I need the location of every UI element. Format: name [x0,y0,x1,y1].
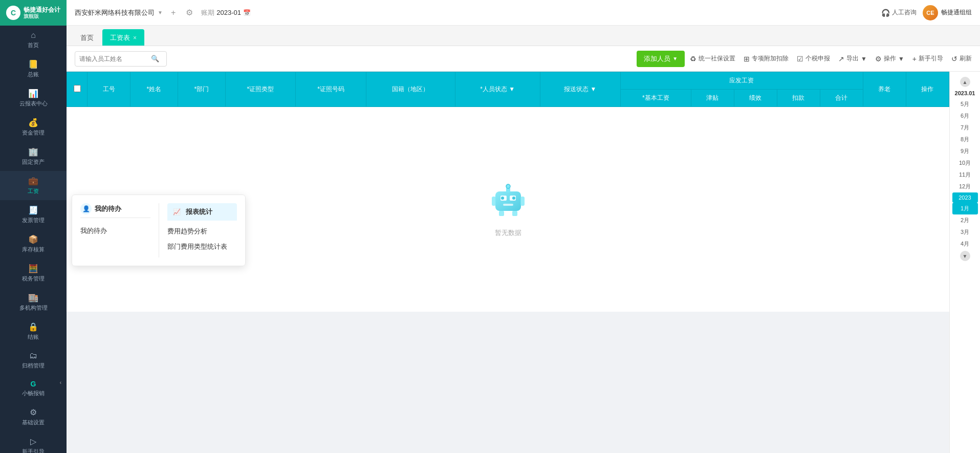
date-12month[interactable]: 12月 [952,181,978,192]
svg-point-7 [506,184,510,188]
tax-report-action[interactable]: ☑ 个税申报 [797,54,830,63]
salary-icon: 💼 [28,176,38,186]
popup-right-title: 报表统计 [186,207,212,217]
fixed-assets-icon: 🏢 [28,147,38,157]
tabbar: 首页 工资表 × [67,26,980,46]
table-header-row-1: 工号 *姓名 *部门 *证照类型 *证照号码 国籍（地区） *人员状态 ▼ 报送… [67,72,949,90]
date-10month[interactable]: 10月 [952,157,978,169]
add-person-arrow: ▼ [672,56,678,61]
th-bonus: 津贴 [691,90,734,107]
add-person-button[interactable]: 添加人员 ▼ [637,51,685,67]
company-selector[interactable]: 西安虾米网络科技有限公司 ▼ [75,8,163,17]
popup-divider [159,203,159,257]
th-name: *姓名 [130,72,178,107]
th-total: 合计 [820,90,863,107]
sidebar-item-multi-org[interactable]: 🏬 多机构管理 [0,288,67,317]
sidebar-item-inventory[interactable]: 📦 库存核算 [0,229,67,258]
app-title: 畅捷通好会计 旗舰版 [24,6,60,19]
closing-icon: 🔒 [28,322,38,332]
headset-icon: 🎧 [881,9,890,17]
toolbar-actions: ♻ 统一社保设置 ⊞ 专项附加扣除 ☑ 个税申报 ↗ 导出 ▼ ⚙ 操作 ▼ [690,54,972,63]
basic-icon: ⚙ [30,407,37,417]
sidebar-item-tax[interactable]: 🧮 税务管理 [0,258,67,288]
support-button[interactable]: 🎧 人工咨询 [881,8,917,17]
sidebar-item-salary[interactable]: 💼 工资 [0,171,67,200]
date-nav-up[interactable]: ▲ [960,77,970,87]
sidebar-item-home[interactable]: ⌂ 首页 [0,26,67,54]
th-base-salary: *基本工资 [620,90,691,107]
period-selector[interactable]: 账期 2023-01 📅 [201,8,251,17]
calendar-icon: 📅 [243,9,251,16]
operation-action[interactable]: ⚙ 操作 ▼ [875,54,904,63]
date-nav-down[interactable]: ▼ [960,251,970,261]
inventory-icon: 📦 [28,234,38,244]
svg-rect-5 [503,204,513,206]
sidebar-item-basic[interactable]: ⚙ 基础设置 [0,402,67,432]
date-9month[interactable]: 9月 [952,145,978,157]
add-button[interactable]: + [169,8,178,17]
date-2month[interactable]: 2月 [952,214,978,226]
user-name: 畅捷通组组 [941,8,972,17]
th-department: *部门 [178,72,225,107]
special-deduct-action[interactable]: ⊞ 专项附加扣除 [744,54,789,63]
refresh-action[interactable]: ↺ 刷新 [951,54,972,63]
date-11month[interactable]: 11月 [952,169,978,181]
export-icon: ↗ [838,55,844,63]
date-4month[interactable]: 4月 [952,238,978,250]
sidebar-item-fund[interactable]: 💰 资金管理 [0,113,67,142]
sidebar-item-archive[interactable]: 🗂 归档管理 [0,346,67,375]
settings-icon[interactable]: ⚙ [184,8,195,17]
invoice-icon: 🧾 [28,205,38,215]
tax-icon: 🧮 [28,264,38,273]
popup-item-my-todo[interactable]: 我的待办 [80,223,150,239]
search-box[interactable]: 🔍 [75,51,167,67]
select-all-checkbox[interactable] [74,85,81,92]
export-action[interactable]: ↗ 导出 ▼ [838,54,867,63]
popup-item-cost-trend[interactable]: 费用趋势分析 [167,224,237,239]
period-label: 账期 [201,8,214,17]
toolbar: 🔍 添加人员 ▼ ♻ 统一社保设置 ⊞ 专项附加扣除 ☑ 个税申报 ↗ 导出 ▼ [67,46,980,72]
support-label: 人工咨询 [892,8,917,17]
date-8month[interactable]: 8月 [952,134,978,145]
sidebar-item-cloud-report[interactable]: 📊 云报表中心 [0,83,67,113]
search-input[interactable] [79,55,151,62]
xiaochang-icon: G [31,380,36,388]
tab-close-icon[interactable]: × [133,34,137,41]
collapse-arrow: ‹ [60,380,61,385]
sidebar-item-ledger[interactable]: 📒 总账 [0,54,67,83]
search-icon[interactable]: 🔍 [151,55,159,62]
th-country: 国籍（地区） [366,72,455,107]
svg-rect-9 [520,197,525,206]
th-checkbox[interactable] [67,72,88,107]
avatar: CE [923,5,938,20]
guide-icon: ▷ [30,437,36,446]
company-name: 西安虾米网络科技有限公司 [75,8,155,17]
fund-icon: 💰 [28,118,38,127]
th-id-type: *证照类型 [225,72,296,107]
sidebar-item-guide[interactable]: ▷ 新手引导 [0,432,67,453]
sidebar-item-fixed-assets[interactable]: 🏢 固定资产 [0,142,67,171]
date-panel-year: 2023.01 [955,88,975,98]
sidebar-item-invoice[interactable]: 🧾 发票管理 [0,200,67,229]
user-info[interactable]: CE 畅捷通组组 [923,5,972,20]
th-performance: 绩效 [734,90,777,107]
date-6month[interactable]: 6月 [952,110,978,122]
sidebar: C 畅捷通好会计 旗舰版 ⌂ 首页 📒 总账 📊 云报表中心 💰 资金管理 🏢 … [0,0,67,453]
sidebar-item-xiaochang[interactable]: G 小畅报销 ‹ [0,375,67,402]
company-dropdown-arrow: ▼ [158,10,163,15]
date-7month[interactable]: 7月 [952,122,978,134]
popup-item-dept-cost[interactable]: 部门费用类型统计表 [167,239,237,254]
new-guide-action[interactable]: + 新手引导 [912,54,943,63]
date-2023-year[interactable]: 2023 [952,192,978,203]
date-5month[interactable]: 5月 [952,98,978,110]
th-id-number: *证照号码 [296,72,366,107]
tab-home[interactable]: 首页 [73,29,101,46]
sidebar-item-closing[interactable]: 🔒 结账 [0,317,67,346]
date-1month[interactable]: 1月 [952,203,978,214]
refresh-icon: ↺ [951,55,957,63]
date-3month[interactable]: 3月 [952,226,978,238]
svg-rect-8 [492,197,496,206]
social-security-icon: ♻ [690,55,696,63]
social-security-action[interactable]: ♻ 统一社保设置 [690,54,735,63]
tab-salary-table[interactable]: 工资表 × [102,29,144,46]
